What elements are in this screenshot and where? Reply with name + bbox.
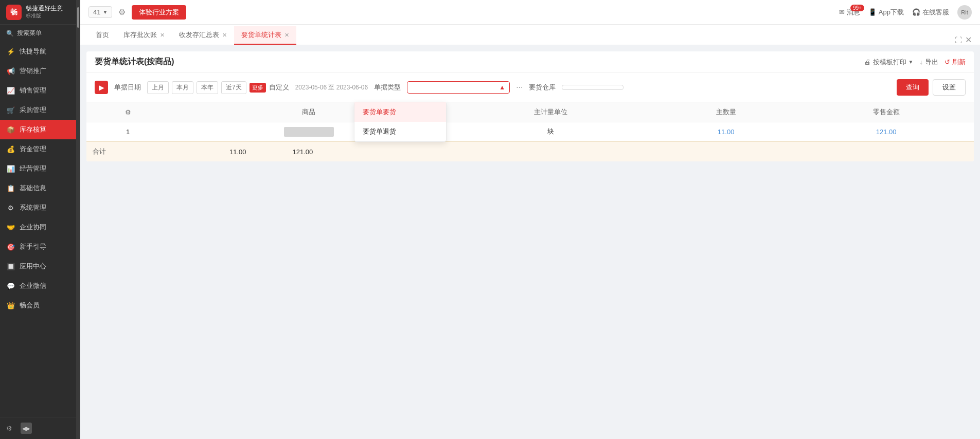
finance-icon: 💰	[6, 144, 15, 154]
filter-more-button[interactable]: ···	[516, 83, 523, 92]
settings-button[interactable]: 设置	[933, 79, 966, 96]
sidebar-item-quick-nav[interactable]: ⚡ 快捷导航	[0, 42, 76, 61]
message-icon: ✉	[839, 8, 845, 16]
sidebar-item-sales[interactable]: 📈 销售管理	[0, 81, 76, 100]
more-badge[interactable]: 更多	[250, 83, 266, 93]
footer-quantity: 11.00	[229, 148, 246, 156]
header-right: ✉ 消息 99+ 📱 App下载 🎧 在线客服 Rit	[839, 5, 972, 20]
tab-home[interactable]: 首页	[88, 26, 116, 45]
system-icon: ⚙	[6, 203, 15, 212]
tab-close-icon[interactable]: ✕	[222, 32, 227, 39]
sidebar-item-label: 销售管理	[20, 86, 46, 95]
sidebar-item-label: 新手引导	[20, 242, 46, 251]
col-unit: 主计量单位	[448, 102, 653, 122]
sidebar-item-label: 快捷导航	[20, 47, 46, 56]
marketing-icon: 📢	[6, 66, 15, 76]
print-button[interactable]: 🖨 按模板打印 ▼	[864, 58, 914, 67]
refresh-button[interactable]: ↺ 刷新	[945, 58, 966, 67]
cell-quantity[interactable]: 11.00	[653, 122, 798, 141]
header-settings-icon[interactable]: ⚙	[118, 7, 126, 17]
col-settings[interactable]: ⚙	[86, 102, 169, 122]
type-filter-label: 单据类型	[374, 83, 401, 92]
messages-button[interactable]: ✉ 消息 99+	[839, 8, 860, 17]
sidebar-item-inventory[interactable]: 📦 库存核算	[0, 120, 76, 139]
sidebar-item-basic-info[interactable]: 📋 基础信息	[0, 178, 76, 198]
table-settings-icon[interactable]: ⚙	[125, 108, 131, 116]
warehouse-filter-select[interactable]	[562, 85, 623, 90]
sidebar-collapse-button[interactable]: ◀▶	[21, 423, 32, 434]
type-select-arrow-icon[interactable]: ▲	[499, 84, 505, 91]
sidebar-item-finance[interactable]: 💰 资金管理	[0, 139, 76, 159]
sidebar-item-enterprise[interactable]: 🤝 企业协同	[0, 217, 76, 237]
sidebar-item-operations[interactable]: 📊 经营管理	[0, 159, 76, 178]
dropdown-item-1[interactable]: 要货单退货	[354, 122, 446, 141]
footer-settings-icon[interactable]: ⚙	[6, 425, 12, 432]
cell-unit: 块	[448, 122, 653, 141]
phone-icon: 📱	[868, 8, 877, 16]
tab-close-icon[interactable]: ✕	[284, 32, 289, 39]
data-table: ⚙ 商品 主计量单位 主数量 零售金额 1 ████	[86, 102, 974, 141]
date-last-month-btn[interactable]: 上月	[147, 81, 169, 94]
sidebar-scrollbar[interactable]	[76, 0, 80, 439]
refresh-icon: ↺	[945, 58, 950, 66]
custom-date-btn[interactable]: 自定义	[269, 83, 289, 92]
tab-expand-icon[interactable]: ⛶	[955, 36, 962, 44]
operations-icon: 📊	[6, 164, 15, 173]
sidebar-item-label: 基础信息	[20, 184, 46, 193]
sidebar-item-system[interactable]: ⚙ 系统管理	[0, 198, 76, 217]
export-button[interactable]: ↓ 导出	[920, 58, 939, 67]
sidebar-item-marketing[interactable]: 📢 营销推广	[0, 61, 76, 81]
sidebar-item-label: 营销推广	[20, 66, 46, 76]
cell-seq: 1	[86, 122, 169, 141]
app-title: 畅捷通好生意	[26, 5, 63, 13]
sidebar-item-label: 应用中心	[20, 262, 46, 271]
sidebar-item-member[interactable]: 👑 畅会员	[0, 296, 76, 315]
sidebar-item-label: 畅会员	[20, 301, 40, 310]
col-quantity: 主数量	[653, 102, 798, 122]
guide-icon: 🎯	[6, 242, 15, 251]
page-title: 要货单统计表(按商品)	[95, 57, 174, 67]
table-header-row: ⚙ 商品 主计量单位 主数量 零售金额	[86, 102, 974, 122]
type-filter-select[interactable]: ▲	[407, 81, 510, 94]
query-button[interactable]: 查询	[897, 79, 929, 96]
date-range-display: 2023-05-06 至 2023-06-06	[295, 83, 368, 92]
filter-expand-button[interactable]: ▶	[95, 81, 108, 94]
dropdown-item-0[interactable]: 要货单要货	[354, 102, 446, 122]
online-service-button[interactable]: 🎧 在线客服	[912, 8, 949, 17]
tab-receipt-summary[interactable]: 收发存汇总表 ✕	[172, 26, 234, 45]
sidebar-item-label: 系统管理	[20, 203, 46, 212]
col-amount: 零售金额	[798, 102, 974, 122]
tab-close-icon[interactable]: ✕	[160, 32, 165, 39]
scrollbar-thumb	[77, 7, 79, 28]
inventory-icon: 📦	[6, 125, 15, 134]
sidebar-item-wechat[interactable]: 💬 企业微信	[0, 276, 76, 296]
trial-button[interactable]: 体验行业方案	[132, 5, 186, 20]
print-dropdown-icon: ▼	[908, 59, 914, 65]
sidebar-item-app-center[interactable]: 🔲 应用中心	[0, 257, 76, 276]
cell-amount[interactable]: 121.00	[798, 122, 974, 141]
sidebar-item-label: 企业微信	[20, 281, 46, 290]
user-avatar[interactable]: Rit	[957, 5, 972, 20]
sales-icon: 📈	[6, 86, 15, 95]
search-icon: 🔍	[6, 30, 14, 37]
sidebar-search[interactable]: 🔍 搜索菜单	[0, 25, 76, 42]
main-content: 41 ▼ ⚙ 体验行业方案 ✉ 消息 99+ 📱 App下载 🎧 在线客服 Ri…	[80, 0, 980, 439]
app-subtitle: 标准版	[26, 12, 63, 20]
sidebar-item-guide[interactable]: 🎯 新手引导	[0, 237, 76, 257]
date-this-year-btn[interactable]: 本年	[197, 81, 218, 94]
tab-bar-actions: ⛶ ✕	[955, 35, 972, 45]
page-content: 要货单统计表(按商品) 🖨 按模板打印 ▼ ↓ 导出 ↺ 刷新	[80, 45, 980, 439]
sidebar-item-purchase[interactable]: 🛒 采购管理	[0, 100, 76, 120]
tab-close-all-icon[interactable]: ✕	[965, 35, 972, 45]
date-this-month-btn[interactable]: 本月	[172, 81, 193, 94]
date-last-7days-btn[interactable]: 近7天	[221, 81, 246, 94]
sidebar-nav: ⚡ 快捷导航 📢 营销推广 📈 销售管理 🛒 采购管理 📦 库存核算 💰 资金管…	[0, 42, 76, 417]
page-card: 要货单统计表(按商品) 🖨 按模板打印 ▼ ↓ 导出 ↺ 刷新	[86, 51, 974, 161]
member-icon: 👑	[6, 301, 15, 310]
tab-inventory-batch[interactable]: 库存批次账 ✕	[116, 26, 172, 45]
store-selector[interactable]: 41 ▼	[88, 6, 112, 18]
table-footer: 合计 11.00 121.00	[86, 141, 974, 161]
tab-order-stats[interactable]: 要货单统计表 ✕	[234, 26, 296, 45]
header-left: 41 ▼ ⚙ 体验行业方案	[88, 5, 186, 20]
app-download-button[interactable]: 📱 App下载	[868, 8, 904, 17]
